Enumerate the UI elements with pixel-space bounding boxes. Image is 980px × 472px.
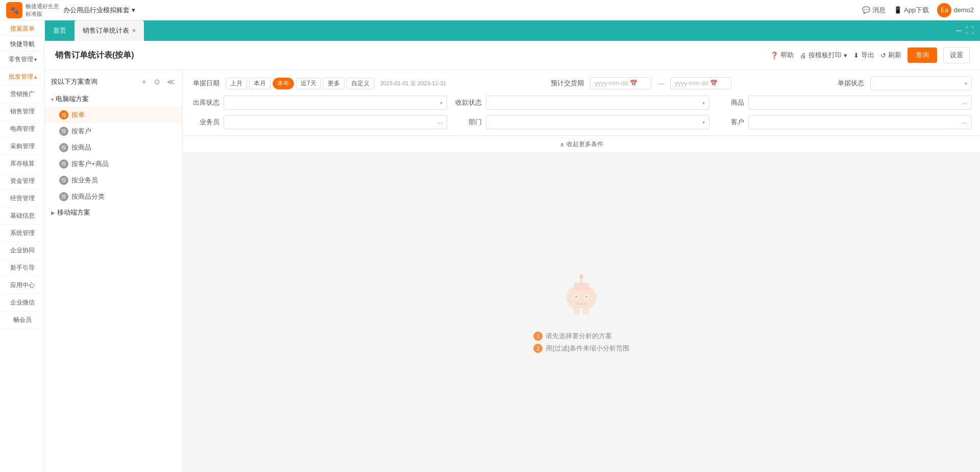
sidebar-item-wechat[interactable]: 企业微信	[0, 294, 45, 312]
scheme-item-by-order[interactable]: 按 按单	[45, 107, 182, 123]
date-btn-more[interactable]: 更多	[323, 78, 345, 89]
sidebar-item-marketing[interactable]: 营销推广	[0, 86, 45, 103]
logo-icon: 🐾	[6, 2, 22, 18]
scheme-group-header[interactable]: ▾ 电脑端方案	[45, 91, 182, 107]
date-btn-this-year[interactable]: 本年	[273, 78, 294, 89]
delivery-select[interactable]: ▾	[224, 96, 447, 110]
date-range-text: 2023-01-01 至 2023-12-31	[380, 80, 447, 87]
sidebar-item-inventory[interactable]: 库存核算	[0, 155, 45, 173]
svg-rect-6	[575, 303, 587, 305]
product-more-icon: ···	[962, 99, 967, 107]
tab-minimize-btn[interactable]: ─	[956, 26, 962, 35]
scheme-item-by-salesperson[interactable]: 按 按业务员	[45, 172, 182, 188]
message-btn[interactable]: 💬 消息	[862, 6, 886, 15]
tab-active[interactable]: 销售订单统计表 ×	[75, 20, 144, 41]
empty-tip-1: 1 请先选择要分析的方案	[533, 332, 629, 341]
tab-maximize-btn[interactable]: ⛶	[966, 26, 974, 35]
scheme-item-by-customer[interactable]: 按 按客户	[45, 123, 182, 139]
empty-tip-2: 2 用[过滤]条件来缩小分析范围	[533, 344, 629, 353]
sidebar-item-guide[interactable]: 新手引导	[0, 259, 45, 277]
sidebar-item-ecommerce[interactable]: 电商管理	[0, 121, 45, 138]
calendar-icon-1: 📅	[630, 80, 638, 87]
collapse-btn[interactable]: ∧ 收起更多条件	[560, 140, 603, 149]
customer-filter: 客户 ···	[716, 115, 972, 129]
scheme-item-by-cust-prod[interactable]: 按 按客户+商品	[45, 156, 182, 172]
empty-state: 1 请先选择要分析的方案 2 用[过滤]条件来缩小分析范围	[533, 272, 629, 353]
topbar: 🐾 畅捷通好生意 标准版 办公用品行业模拟账套 ▾ 💬 消息 📱 App下载 E…	[0, 0, 980, 20]
salesperson-input[interactable]: ···	[224, 115, 447, 129]
logo-area: 🐾 畅捷通好生意 标准版	[6, 2, 59, 18]
page-title: 销售订单统计表(按单)	[55, 50, 134, 61]
collapse-arrow-icon: ∧	[560, 141, 565, 148]
empty-illustration	[556, 272, 607, 323]
sidebar-item-finance[interactable]: 资金管理	[0, 173, 45, 190]
topbar-dropdown-arrow: ▾	[132, 6, 135, 14]
sidebar-item-operation[interactable]: 经营管理	[0, 190, 45, 207]
query-button[interactable]: 查询	[908, 48, 937, 63]
svg-rect-8	[593, 293, 597, 303]
sidebar-item-enterprise[interactable]: 企业协同	[0, 242, 45, 259]
tab-home[interactable]: 首页	[45, 20, 75, 41]
scheme-group-mobile[interactable]: ▶ 移动端方案	[45, 205, 182, 220]
department-select[interactable]: ▾	[486, 115, 709, 129]
date-btn-last-month[interactable]: 上月	[226, 78, 247, 89]
collapse-bar[interactable]: ∧ 收起更多条件	[183, 136, 980, 153]
sidebar-search[interactable]: 搜索菜单	[0, 20, 44, 36]
chevron-icon-2: ▴	[34, 74, 37, 80]
scheme-icon-by-order: 按	[59, 110, 68, 120]
expected-date-start[interactable]: yyyy-mm-dd 📅	[590, 77, 651, 89]
date-btn-this-month[interactable]: 本月	[249, 78, 271, 89]
filter-row-date: 单据日期 上月 本月 本年 近7天 更多 自定义 2023-01-01 至 20…	[191, 76, 972, 90]
sidebar: 搜索菜单 快捷导航 零售管理 ▾ 批发管理 ▴ 营销推广 销售管理 电商管理 采…	[0, 20, 45, 472]
add-scheme-btn[interactable]: +	[138, 76, 150, 87]
sidebar-quick-nav[interactable]: 快捷导航	[0, 36, 44, 51]
topbar-title[interactable]: 办公用品行业模拟账套 ▾	[63, 6, 135, 15]
group-arrow-mobile-icon: ▶	[51, 210, 55, 216]
sidebar-item-basic[interactable]: 基础信息	[0, 207, 45, 225]
product-input[interactable]: ···	[748, 96, 972, 110]
setting-button[interactable]: 设置	[943, 47, 970, 63]
sidebar-item-apps[interactable]: 应用中心	[0, 277, 45, 294]
sidebar-item-retail[interactable]: 零售管理 ▾	[0, 51, 45, 68]
status-select[interactable]: ▾	[870, 76, 972, 90]
sidebar-item-member[interactable]: 畅会员	[0, 312, 45, 329]
customer-label: 客户	[716, 117, 744, 127]
payment-filter: 收款状态 ▾	[453, 96, 709, 110]
user-area[interactable]: Ea demo2	[937, 3, 974, 17]
svg-rect-7	[566, 293, 570, 303]
refresh-btn[interactable]: ↺ 刷新	[880, 51, 901, 60]
filter-row-extra: 业务员 ··· 部门 ▾	[191, 115, 972, 129]
status-select-arrow: ▾	[965, 81, 967, 86]
date-btn-custom[interactable]: 自定义	[347, 78, 374, 89]
department-arrow: ▾	[702, 120, 705, 125]
sidebar-item-purchase[interactable]: 采购管理	[0, 138, 45, 155]
app-download-btn[interactable]: 📱 App下载	[894, 6, 929, 15]
left-panel-header: 按以下方案查询 + ⊙ ≪	[45, 74, 182, 91]
date-btn-7days[interactable]: 近7天	[296, 78, 321, 89]
date-buttons: 上月 本月 本年 近7天 更多 自定义	[226, 78, 374, 89]
tab-close-btn[interactable]: ×	[132, 27, 136, 34]
help-btn[interactable]: ❓ 帮助	[770, 51, 794, 60]
svg-rect-9	[574, 307, 580, 315]
edit-scheme-btn[interactable]: ⊙	[152, 76, 163, 87]
scheme-item-by-category[interactable]: 按 按商品分类	[45, 188, 182, 205]
scheme-item-by-product[interactable]: 按 按商品	[45, 139, 182, 156]
payment-select[interactable]: ▾	[486, 96, 709, 110]
sidebar-item-sales[interactable]: 销售管理	[0, 103, 45, 121]
customer-input[interactable]: ···	[748, 115, 972, 129]
left-panel-actions: + ⊙ ≪	[138, 76, 176, 87]
expected-date-end[interactable]: yyyy-mm-dd 📅	[670, 77, 731, 89]
topbar-left: 🐾 畅捷通好生意 标准版 办公用品行业模拟账套 ▾	[6, 2, 135, 18]
collapse-panel-btn[interactable]: ≪	[165, 76, 176, 87]
print-btn[interactable]: 🖨 按模板打印 ▾	[800, 51, 847, 60]
scheme-icon-by-product: 按	[59, 143, 68, 152]
tip-num-1: 1	[533, 332, 543, 341]
avatar: Ea	[937, 3, 951, 17]
two-panel: 按以下方案查询 + ⊙ ≪ ▾ 电脑端方案 按 按单	[45, 70, 980, 472]
calendar-icon-2: 📅	[710, 80, 718, 87]
export-btn[interactable]: ⬇ 导出	[853, 51, 874, 60]
svg-rect-10	[583, 307, 589, 315]
sidebar-item-system[interactable]: 系统管理	[0, 225, 45, 242]
tabbar: 首页 销售订单统计表 × ─ ⛶	[45, 20, 980, 41]
sidebar-item-wholesale[interactable]: 批发管理 ▴	[0, 68, 45, 86]
